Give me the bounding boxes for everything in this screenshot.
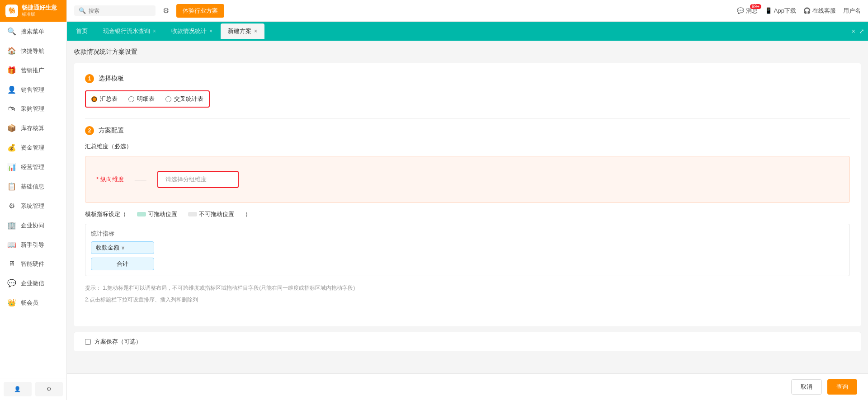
marketing-icon: 🎁	[7, 66, 16, 75]
sidebar-item-label: 搜索菜单	[21, 28, 44, 36]
metrics-category-label: 统计指标	[91, 230, 844, 238]
metric-subtag-total[interactable]: 合计	[91, 258, 154, 270]
sidebar-item-operation[interactable]: 📊 经营管理	[0, 157, 66, 177]
radio-cross[interactable]: 交叉统计表	[165, 95, 203, 103]
sidebar-item-hardware[interactable]: 🖥 智能硬件	[0, 254, 66, 273]
radio-detail-label: 明细表	[137, 95, 155, 103]
step1-label: 选择模板	[99, 75, 124, 83]
metric-tag-collection[interactable]: 收款金额 ∨	[91, 241, 154, 254]
sidebar-user-btn[interactable]: 👤	[4, 382, 32, 396]
no-drag-tag: 不可拖动位置	[188, 210, 234, 218]
tab-maximize-icon[interactable]: ⤢	[859, 28, 864, 35]
dimension-config: 汇总维度（必选） * 纵向维度 —— 请选择分组维度 模板指标设定（	[85, 142, 850, 305]
tab-collection-stat[interactable]: 收款情况统计 ×	[164, 24, 220, 39]
search-icon: 🔍	[79, 7, 86, 14]
metrics-header: 模板指标设定（ 可拖动位置 不可拖动位置 ）	[85, 210, 850, 218]
metric-tag-label: 收款金额	[96, 244, 119, 252]
tab-bank-flow[interactable]: 现金银行流水查询 ×	[96, 24, 163, 39]
no-drag-indicator	[188, 212, 197, 216]
step2-section: 2 方案配置 汇总维度（必选） * 纵向维度 —— 请选择分组维度	[85, 126, 850, 305]
tab-home[interactable]: 首页	[69, 24, 95, 39]
page-content: 收款情况统计方案设置 1 选择模板 汇总表 明细表	[67, 41, 868, 373]
radio-cross-label: 交叉统计表	[174, 95, 203, 103]
inventory-icon: 📦	[7, 124, 16, 132]
metric-chevron-icon: ∨	[121, 245, 125, 251]
sidebar-item-enterprise[interactable]: 🏢 企业协同	[0, 216, 66, 235]
save-checkbox[interactable]	[85, 339, 91, 345]
logo-icon: 畅	[5, 5, 18, 17]
step1-header: 1 选择模板	[85, 74, 850, 83]
sidebar-item-quick-nav[interactable]: 🏠 快捷导航	[0, 41, 66, 61]
logo-text-group: 畅捷通好生意 标准版	[22, 4, 57, 18]
system-icon: ⚙	[7, 202, 16, 210]
msg-btn[interactable]: 💬 消息 99+	[737, 7, 758, 15]
sidebar-item-guide[interactable]: 📖 新手引导	[0, 235, 66, 254]
sidebar-item-label: 营销推广	[21, 66, 44, 75]
sidebar-item-label: 畅会员	[21, 299, 38, 307]
dimension-select[interactable]: 请选择分组维度	[157, 171, 239, 188]
user-name: 用户名	[843, 7, 861, 14]
online-support-label: 在线客服	[812, 7, 836, 15]
dimension-arrow: ——	[135, 176, 146, 183]
sidebar-item-label: 智能硬件	[21, 260, 44, 268]
sidebar-item-finance[interactable]: 💰 资金管理	[0, 138, 66, 157]
step2-header: 2 方案配置	[85, 126, 850, 135]
sidebar-settings-btn[interactable]: ⚙	[35, 382, 63, 396]
tab-collection-stat-label: 收款情况统计	[171, 27, 207, 35]
tab-new-plan-label: 新建方案	[228, 27, 251, 35]
search-box[interactable]: 🔍	[74, 5, 156, 16]
sidebar-item-label: 基础信息	[21, 183, 44, 191]
tab-close-all-icon[interactable]: ×	[852, 28, 855, 35]
user-info[interactable]: 用户名	[843, 7, 861, 15]
divider1	[85, 118, 850, 119]
enterprise-icon: 🏢	[7, 221, 16, 230]
footer: 取消 查询	[67, 373, 868, 400]
radio-detail[interactable]: 明细表	[128, 95, 155, 103]
msg-badge: 99+	[750, 4, 761, 9]
radio-summary[interactable]: 汇总表	[91, 95, 118, 103]
sidebar-item-system[interactable]: ⚙ 系统管理	[0, 196, 66, 216]
sidebar-nav: 🔍 搜索菜单 🏠 快捷导航 🎁 营销推广 👤 销售管理 🛍 采购管理 📦 库存核…	[0, 22, 66, 378]
tab-bank-flow-close[interactable]: ×	[153, 28, 156, 34]
sidebar-item-marketing[interactable]: 🎁 营销推广	[0, 61, 66, 80]
cancel-button[interactable]: 取消	[791, 379, 822, 395]
sidebar-item-wechat[interactable]: 💬 企业微信	[0, 273, 66, 293]
drag-label: 可拖动位置	[148, 210, 177, 218]
radio-summary-input[interactable]	[91, 96, 97, 102]
radio-detail-input[interactable]	[128, 96, 134, 102]
online-support-btn[interactable]: 🎧 在线客服	[803, 7, 836, 15]
save-label: 方案保存（可选）	[94, 338, 142, 346]
app-icon: 📱	[765, 7, 772, 14]
page-title: 收款情况统计方案设置	[74, 48, 861, 56]
sidebar: 畅 畅捷通好生意 标准版 🔍 搜索菜单 🏠 快捷导航 🎁 营销推广 👤 销售管理…	[0, 0, 67, 400]
sidebar-logo: 畅 畅捷通好生意 标准版	[0, 0, 66, 22]
tab-new-plan[interactable]: 新建方案 ×	[221, 24, 264, 39]
sidebar-item-search-menu[interactable]: 🔍 搜索菜单	[0, 22, 66, 41]
app-download-label: App下载	[774, 7, 796, 15]
metrics-section: 模板指标设定（ 可拖动位置 不可拖动位置 ）	[85, 210, 850, 276]
drag-tag: 可拖动位置	[137, 210, 177, 218]
wechat-icon: 💬	[7, 279, 16, 287]
tip2-text: 2.点击标题栏下拉可设置排序、插入列和删除列	[85, 295, 850, 305]
sidebar-item-basic-info[interactable]: 📋 基础信息	[0, 177, 66, 196]
tab-new-plan-close[interactable]: ×	[254, 28, 257, 34]
query-button[interactable]: 查询	[827, 379, 857, 395]
main-area: 🔍 ⚙ 体验行业方案 💬 消息 99+ 📱 App下载 🎧 在线客服 用户名	[67, 0, 868, 400]
sidebar-item-purchase[interactable]: 🛍 采购管理	[0, 99, 66, 118]
sidebar-item-inventory[interactable]: 📦 库存核算	[0, 118, 66, 138]
vertical-dim-label: * 纵向维度	[96, 175, 124, 184]
search-input[interactable]	[89, 8, 143, 14]
industry-btn[interactable]: 体验行业方案	[176, 4, 224, 18]
tab-home-label: 首页	[76, 27, 88, 35]
step1-section: 1 选择模板 汇总表 明细表 交叉统计表	[85, 74, 850, 108]
app-download-btn[interactable]: 📱 App下载	[765, 7, 796, 15]
sidebar-item-member[interactable]: 👑 畅会员	[0, 293, 66, 312]
sidebar-item-sales[interactable]: 👤 销售管理	[0, 80, 66, 99]
member-icon: 👑	[7, 298, 16, 307]
gear-icon[interactable]: ⚙	[163, 6, 169, 15]
metrics-tags-group: 收款金额 ∨ 合计	[91, 241, 154, 270]
tab-collection-stat-close[interactable]: ×	[209, 28, 212, 34]
radio-cross-input[interactable]	[165, 96, 171, 102]
template-options: 汇总表 明细表 交叉统计表	[85, 90, 210, 108]
no-drag-label: 不可拖动位置	[199, 210, 234, 218]
